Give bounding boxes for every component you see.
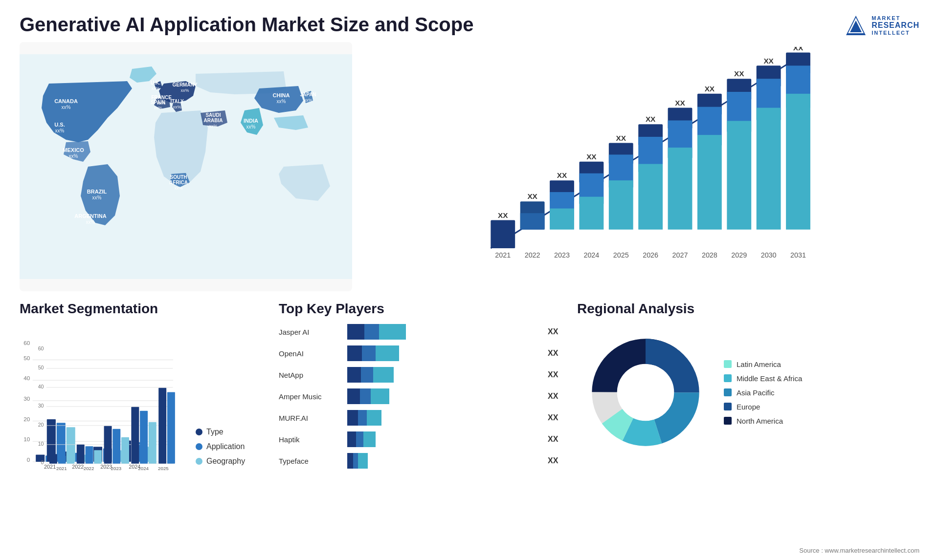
players-title: Top Key Players xyxy=(279,301,562,317)
svg-text:40: 40 xyxy=(23,375,30,381)
svg-text:MEXICO: MEXICO xyxy=(63,147,84,153)
svg-rect-152 xyxy=(167,392,175,464)
svg-rect-47 xyxy=(550,209,574,230)
logo-text: MARKET RESEARCH INTELLECT xyxy=(872,15,919,36)
svg-rect-72 xyxy=(697,135,722,230)
svg-text:xx%: xx% xyxy=(154,106,162,110)
svg-text:ARGENTINA: ARGENTINA xyxy=(74,213,106,219)
svg-text:XX: XX xyxy=(557,171,567,179)
geography-dot xyxy=(196,458,202,465)
svg-point-160 xyxy=(618,365,673,420)
player-bar-container xyxy=(347,431,539,447)
player-name: NetApp xyxy=(279,371,342,379)
svg-rect-77 xyxy=(727,121,751,229)
regional-label: Asia Pacific xyxy=(737,388,775,397)
player-row: OpenAIXX xyxy=(279,345,562,361)
svg-rect-149 xyxy=(149,422,156,464)
regional-title: Regional Analysis xyxy=(577,301,919,317)
svg-rect-135 xyxy=(49,454,57,463)
application-dot xyxy=(196,443,202,450)
svg-text:xx%: xx% xyxy=(86,219,95,225)
player-bar-seg2 xyxy=(362,345,376,361)
svg-text:xx%: xx% xyxy=(92,195,102,200)
svg-text:XX: XX xyxy=(498,211,508,219)
player-name: Amper Music xyxy=(279,392,342,401)
svg-text:INDIA: INDIA xyxy=(244,118,258,124)
svg-text:30: 30 xyxy=(38,403,44,409)
svg-text:20: 20 xyxy=(23,416,30,422)
player-bar-container xyxy=(347,324,539,340)
player-bar-seg3 xyxy=(363,431,376,447)
regional-label: Latin America xyxy=(737,360,781,368)
player-row: Jasper AIXX xyxy=(279,324,562,340)
donut-area: Latin AmericaMiddle East & AfricaAsia Pa… xyxy=(577,324,919,461)
svg-text:GERMANY: GERMANY xyxy=(172,82,197,87)
regional-label: North America xyxy=(737,417,783,425)
player-xx-label: XX xyxy=(548,327,562,336)
donut-legend: Latin AmericaMiddle East & AfricaAsia Pa… xyxy=(724,360,802,425)
regional-legend-item: Middle East & Africa xyxy=(724,374,802,383)
svg-text:50: 50 xyxy=(23,355,30,361)
regional-section: Regional Analysis xyxy=(577,301,919,555)
svg-text:ARABIA: ARABIA xyxy=(204,118,223,123)
svg-text:U.S.: U.S. xyxy=(54,122,65,128)
svg-text:60: 60 xyxy=(23,340,30,346)
svg-text:SAUDI: SAUDI xyxy=(205,112,221,118)
svg-text:40: 40 xyxy=(38,384,44,389)
svg-text:2023: 2023 xyxy=(554,251,570,259)
svg-rect-67 xyxy=(668,148,693,230)
regional-color-box xyxy=(724,417,732,425)
regional-legend-item: Latin America xyxy=(724,360,802,368)
svg-text:2022: 2022 xyxy=(525,251,540,259)
player-xx-label: XX xyxy=(548,370,562,379)
svg-text:2023: 2023 xyxy=(111,466,122,471)
svg-text:2026: 2026 xyxy=(643,251,658,259)
player-name: MURF.AI xyxy=(279,414,342,422)
segmentation-section: Market Segmentation 0 10 20 30 40 50 60 xyxy=(20,301,264,555)
svg-text:2028: 2028 xyxy=(702,251,717,259)
svg-text:xx%: xx% xyxy=(180,88,189,93)
regional-legend-item: Europe xyxy=(724,403,802,411)
svg-text:20: 20 xyxy=(38,422,44,428)
svg-text:2021: 2021 xyxy=(495,251,511,259)
svg-text:2024: 2024 xyxy=(138,466,149,471)
player-bar-seg3 xyxy=(376,345,399,361)
svg-text:CHINA: CHINA xyxy=(273,92,290,98)
svg-text:xx%: xx% xyxy=(55,128,65,133)
svg-text:xx%: xx% xyxy=(173,105,181,109)
regional-color-box xyxy=(724,388,732,396)
svg-text:XX: XX xyxy=(616,134,626,142)
player-row: HaptikXX xyxy=(279,431,562,447)
svg-text:xx%: xx% xyxy=(174,186,182,191)
svg-text:50: 50 xyxy=(38,365,44,370)
svg-rect-147 xyxy=(131,407,139,464)
bar-chart-container: XX 2021 XX 2022 XX 2023 XX xyxy=(362,42,919,291)
svg-text:xx%: xx% xyxy=(246,124,256,129)
page-header: Generative AI Application Market Size an… xyxy=(0,0,939,37)
player-xx-label: XX xyxy=(548,435,562,444)
main-content-area: CANADA xx% U.S. xx% MEXICO xx% BRAZIL xx… xyxy=(0,37,939,291)
svg-text:2022: 2022 xyxy=(84,466,94,471)
svg-text:xx%: xx% xyxy=(69,153,78,159)
player-bar-seg2 xyxy=(364,324,379,340)
svg-text:0: 0 xyxy=(41,459,44,465)
player-name: Haptik xyxy=(279,435,342,444)
seg-chart-area: 0 10 20 30 40 50 60 2021 xyxy=(20,324,264,480)
svg-text:U.K.: U.K. xyxy=(151,80,160,86)
player-bar-container xyxy=(347,345,539,361)
regional-label: Europe xyxy=(737,403,760,411)
svg-text:XX: XX xyxy=(705,85,715,93)
player-bar-seg3 xyxy=(373,367,394,383)
legend-type: Type xyxy=(196,428,245,436)
player-row: MURF.AIXX xyxy=(279,410,562,426)
player-row: NetAppXX xyxy=(279,367,562,383)
player-bar-container xyxy=(347,410,539,426)
legend-application: Application xyxy=(196,442,245,451)
svg-text:2029: 2029 xyxy=(731,251,747,259)
logo-icon xyxy=(844,14,868,37)
svg-text:SOUTH: SOUTH xyxy=(170,174,187,180)
svg-text:30: 30 xyxy=(23,395,30,402)
svg-text:2024: 2024 xyxy=(583,251,599,259)
svg-text:XX: XX xyxy=(646,115,656,123)
player-xx-label: XX xyxy=(548,456,562,465)
